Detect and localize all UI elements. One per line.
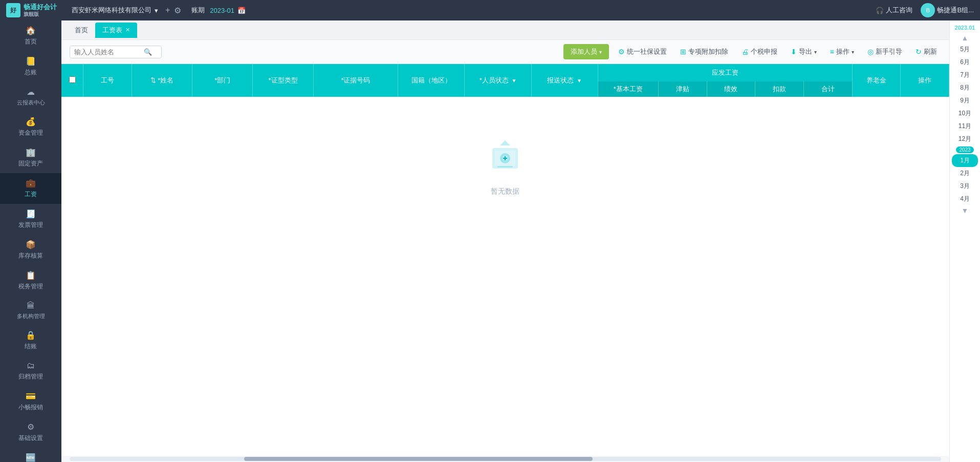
rp-month-9[interactable]: 9月: [950, 94, 980, 107]
guide-button[interactable]: ◎ 新手引导: [863, 45, 906, 58]
operations-button[interactable]: ≡ 操作 ▾: [826, 45, 858, 58]
guide-toolbar-label: 新手引导: [876, 47, 902, 56]
social-insurance-icon: ⚙: [618, 48, 625, 56]
sidebar-label-fund: 资金管理: [18, 129, 43, 137]
tax-declaration-button[interactable]: 🖨 个税申报: [737, 45, 781, 58]
th-operations: 操作: [901, 64, 949, 97]
rp-month-2[interactable]: 2月: [950, 167, 980, 180]
rp-month-3[interactable]: 3月: [950, 180, 980, 193]
operations-icon: ≡: [830, 48, 834, 56]
sidebar-label-assets: 固定资产: [18, 159, 43, 168]
refresh-icon: ↻: [916, 48, 922, 56]
company-dropdown-icon[interactable]: ▾: [155, 7, 158, 14]
period-value: 2023-01: [210, 7, 234, 14]
th-dept: *部门: [192, 64, 253, 97]
sidebar-item-close[interactable]: 🔒 结账: [0, 325, 61, 356]
sidebar-label-inventory: 库存核算: [18, 251, 43, 260]
rp-month-10[interactable]: 10月: [950, 107, 980, 120]
add-person-button[interactable]: 添加人员 ▾: [563, 44, 609, 59]
social-insurance-label: 统一社保设置: [627, 47, 667, 56]
social-insurance-button[interactable]: ⚙ 统一社保设置: [614, 45, 671, 58]
rp-month-8[interactable]: 8月: [950, 81, 980, 94]
sidebar-item-invoice[interactable]: 🧾 发票管理: [0, 204, 61, 235]
sidebar: 🏠 首页 📒 总账 ☁ 云报表中心 💰 资金管理 🏢 固定资产 💼 工资 🧾 发…: [0, 20, 61, 462]
user-menu[interactable]: B 畅捷通B组...: [921, 3, 974, 17]
th-base-wage: *基本工资: [598, 81, 658, 97]
operations-label: 操作: [836, 47, 850, 56]
rp-month-6[interactable]: 6月: [950, 56, 980, 69]
tax-icon: 📋: [26, 270, 36, 280]
company-selector[interactable]: 西安虾米网络科技有限公司 ▾: [72, 6, 158, 15]
search-input[interactable]: [74, 48, 141, 56]
guide-toolbar-icon: ◎: [867, 48, 874, 56]
sidebar-item-cloud-report[interactable]: ☁ 云报表中心: [0, 82, 61, 112]
svg-marker-7: [500, 140, 510, 145]
tax-declaration-icon: 🖨: [742, 48, 749, 56]
fund-icon: 💰: [26, 117, 36, 127]
search-wrap[interactable]: 🔍: [70, 46, 162, 58]
th-performance: 绩效: [707, 81, 755, 97]
empty-illustration: [485, 138, 526, 179]
period-label: 账期: [191, 6, 205, 15]
service-label: 人工咨询: [886, 6, 912, 15]
rp-month-1[interactable]: 1月: [952, 154, 978, 167]
sidebar-item-fund[interactable]: 💰 资金管理: [0, 112, 61, 142]
add-button[interactable]: +: [165, 6, 170, 15]
sidebar-item-settings[interactable]: ⚙ 基础设置: [0, 417, 61, 448]
sidebar-item-ledger[interactable]: 📒 总账: [0, 51, 61, 82]
add-person-dropdown-icon: ▾: [599, 49, 602, 55]
logo-icon: 好: [6, 3, 20, 17]
export-button[interactable]: ⬇ 导出 ▾: [787, 45, 821, 58]
rp-down-button[interactable]: ▼: [960, 205, 970, 216]
sidebar-item-home[interactable]: 🏠 首页: [0, 20, 61, 51]
rp-month-11[interactable]: 11月: [950, 120, 980, 133]
top-bar: 好 畅通好会计 旗舰版 西安虾米网络科技有限公司 ▾ + ⚙ 账期 2023-0…: [0, 0, 980, 20]
sidebar-item-payroll[interactable]: 💼 工资: [0, 173, 61, 204]
settings-button[interactable]: ⚙: [174, 6, 181, 15]
sidebar-item-expense[interactable]: 💳 小畅报销: [0, 386, 61, 417]
th-checkbox[interactable]: [61, 64, 83, 97]
period-selector[interactable]: 账期 2023-01 📅: [191, 6, 246, 15]
sidebar-item-guide[interactable]: 🆕 新手引导: [0, 448, 61, 462]
rp-up-button[interactable]: ▲: [960, 33, 970, 43]
rp-month-7[interactable]: 7月: [950, 69, 980, 81]
th-name: ⇅ *姓名: [132, 64, 192, 97]
calendar-icon[interactable]: 📅: [237, 7, 246, 14]
person-status-filter-icon[interactable]: ▼: [511, 78, 516, 83]
th-id-type: *证型类型: [253, 64, 313, 97]
guide-icon: 🆕: [26, 453, 36, 462]
scrollbar-thumb[interactable]: [244, 457, 593, 461]
special-deduction-button[interactable]: ⊞ 专项附加扣除: [676, 45, 732, 58]
rp-month-4[interactable]: 4月: [950, 193, 980, 205]
search-icon: 🔍: [144, 48, 152, 56]
inventory-icon: 📦: [26, 240, 36, 249]
tab-home-label: 首页: [75, 26, 88, 35]
export-label: 导出: [799, 47, 812, 56]
add-person-label: 添加人员: [571, 47, 597, 56]
archive-icon: 🗂: [27, 361, 35, 370]
tab-payroll-table[interactable]: 工资表 ✕: [95, 23, 137, 38]
th-subsidy: 津贴: [659, 81, 707, 97]
operations-dropdown-icon: ▾: [852, 49, 854, 55]
tab-home[interactable]: 首页: [68, 23, 95, 38]
sidebar-item-archive[interactable]: 🗂 归档管理: [0, 356, 61, 386]
empty-state-cell: 暂无数据: [61, 97, 949, 237]
select-all-checkbox[interactable]: [69, 76, 76, 83]
top-bar-right: 🎧 人工咨询 B 畅捷通B组...: [876, 3, 974, 17]
special-deduction-icon: ⊞: [680, 48, 686, 56]
refresh-button[interactable]: ↻ 刷新: [911, 45, 941, 58]
sidebar-item-assets[interactable]: 🏢 固定资产: [0, 142, 61, 173]
tab-close-button[interactable]: ✕: [125, 27, 130, 33]
sidebar-label-cloud-report: 云报表中心: [17, 99, 45, 107]
rp-month-12[interactable]: 12月: [950, 133, 980, 145]
sidebar-item-multi-org[interactable]: 🏛 多机构管理: [0, 296, 61, 325]
sidebar-label-invoice: 发票管理: [18, 221, 43, 229]
horizontal-scrollbar[interactable]: [61, 456, 949, 462]
sidebar-item-inventory[interactable]: 📦 库存核算: [0, 235, 61, 265]
sidebar-item-tax[interactable]: 📋 税务管理: [0, 265, 61, 296]
report-status-filter-icon[interactable]: ▼: [577, 78, 582, 83]
rp-month-5[interactable]: 5月: [950, 43, 980, 56]
tax-declaration-label: 个税申报: [751, 47, 777, 56]
close-period-icon: 🔒: [26, 330, 36, 340]
human-service-button[interactable]: 🎧 人工咨询: [876, 6, 912, 15]
